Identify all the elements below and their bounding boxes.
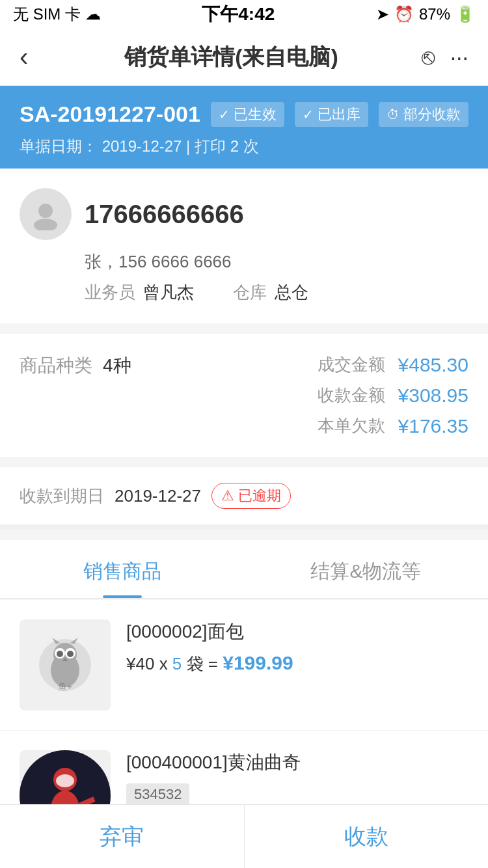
customer-phone: 17666666666 — [85, 200, 244, 229]
category-count: 4种 — [103, 353, 131, 378]
product-image-1: 鱼+ — [20, 619, 111, 711]
header-banner: SA-20191227-001 已生效 已出库 部分收款 单据日期： 2019-… — [0, 86, 488, 169]
more-button[interactable]: ··· — [450, 44, 468, 70]
debt-amount-row: 本单欠款 ¥176.35 — [318, 414, 468, 437]
customer-name-row: 17666666666 — [20, 188, 468, 240]
warehouse-label: 仓库 — [233, 281, 267, 304]
back-button[interactable]: ‹ — [20, 42, 28, 72]
status-time: 下午4:42 — [202, 2, 275, 27]
tab-sales-products[interactable]: 销售商品 — [0, 540, 244, 598]
category-stats: 商品种类 4种 — [20, 353, 131, 378]
sales-label: 业务员 — [85, 281, 135, 304]
check-icon-2 — [303, 106, 314, 123]
confirm-button[interactable]: 收款 — [245, 805, 489, 868]
share-button[interactable]: ⎋ — [422, 44, 435, 70]
customer-section: 17666666666 张，156 6666 6666 业务员 曾凡杰 仓库 总… — [0, 169, 488, 323]
amount-value: ¥485.30 — [398, 354, 468, 376]
avatar — [20, 188, 72, 240]
product-price-1: ¥40 x 5 袋 = ¥199.99 — [126, 652, 468, 675]
nav-bar: ‹ 销货单详情(来自电脑) ⎋ ··· — [0, 29, 488, 86]
product-info-1: [0000002]面包 ¥40 x 5 袋 = ¥199.99 — [126, 619, 468, 711]
order-id: SA-20191227-001 — [20, 102, 200, 127]
page-title: 销货单详情(来自电脑) — [41, 42, 421, 72]
cancel-button[interactable]: 弃审 — [0, 805, 245, 868]
status-right: ➤ ⏰ 87% 🔋 — [376, 5, 475, 23]
svg-point-16 — [56, 774, 74, 787]
svg-point-0 — [38, 204, 53, 218]
received-amount-row: 收款金额 ¥308.95 — [318, 384, 468, 407]
due-date: 2019-12-27 — [115, 486, 201, 506]
product-qty-1: 5 — [172, 654, 182, 673]
header-top-row: SA-20191227-001 已生效 已出库 部分收款 — [20, 102, 468, 127]
overdue-badge: ⚠ 已逾期 — [211, 483, 291, 509]
alarm-icon: ⏰ — [394, 5, 414, 23]
svg-text:鱼+: 鱼+ — [58, 681, 72, 692]
status-badge-partial: 部分收款 — [379, 102, 468, 127]
battery-icon: 🔋 — [455, 5, 475, 23]
bottom-bar: 弃审 收款 — [0, 804, 488, 868]
svg-point-8 — [67, 651, 74, 657]
customer-contact: 张，156 6666 6666 — [20, 251, 468, 273]
battery-level: 87% — [419, 5, 450, 23]
warehouse-name: 总仓 — [275, 281, 308, 304]
due-section: 收款到期日 2019-12-27 ⚠ 已逾期 — [0, 467, 488, 530]
order-date-row: 单据日期： 2019-12-27 | 打印 2 次 — [20, 136, 468, 157]
warning-icon: ⚠ — [221, 487, 234, 504]
sales-name: 曾凡杰 — [143, 281, 194, 304]
product-total-1: ¥199.99 — [223, 652, 293, 673]
customer-meta: 业务员 曾凡杰 仓库 总仓 — [20, 281, 468, 304]
warehouse: 仓库 总仓 — [233, 281, 308, 304]
product-name-1: [0000002]面包 — [126, 619, 468, 644]
list-item: 鱼+ [0000002]面包 ¥40 x 5 袋 = ¥199.99 — [0, 600, 488, 731]
amount-label: 成交金额 — [318, 353, 385, 376]
status-left: 无 SIM 卡 ☁ — [13, 4, 101, 25]
sim-status: 无 SIM 卡 ☁ — [13, 4, 101, 25]
check-icon — [219, 106, 230, 123]
nav-actions: ⎋ ··· — [422, 44, 468, 70]
location-icon: ➤ — [376, 5, 389, 23]
tabs-container: 销售商品 结算&物流等 — [0, 540, 488, 599]
status-bar: 无 SIM 卡 ☁ 下午4:42 ➤ ⏰ 87% 🔋 — [0, 0, 488, 29]
debt-label: 本单欠款 — [318, 414, 385, 437]
tab-settlement[interactable]: 结算&物流等 — [244, 540, 488, 598]
sales-person: 业务员 曾凡杰 — [85, 281, 194, 304]
debt-value: ¥176.35 — [398, 415, 468, 437]
svg-point-7 — [57, 651, 63, 657]
svg-point-1 — [34, 219, 57, 230]
due-label: 收款到期日 — [20, 485, 104, 508]
stats-row: 商品种类 4种 成交金额 ¥485.30 收款金额 ¥308.95 本单欠款 ¥… — [20, 353, 468, 437]
amount-stats: 成交金额 ¥485.30 收款金额 ¥308.95 本单欠款 ¥176.35 — [318, 353, 468, 437]
status-badge-shipped: 已出库 — [295, 102, 368, 127]
product-name-2: [000400001]黄油曲奇 — [126, 750, 468, 775]
status-badge-active: 已生效 — [211, 102, 284, 127]
received-label: 收款金额 — [318, 384, 385, 407]
received-value: ¥308.95 — [398, 385, 468, 407]
product-sku-2: 534532 — [126, 783, 189, 806]
category-label: 商品种类 — [20, 353, 92, 378]
total-amount-row: 成交金额 ¥485.30 — [318, 353, 468, 376]
clock-icon — [386, 106, 400, 123]
stats-section: 商品种类 4种 成交金额 ¥485.30 收款金额 ¥308.95 本单欠款 ¥… — [0, 334, 488, 457]
